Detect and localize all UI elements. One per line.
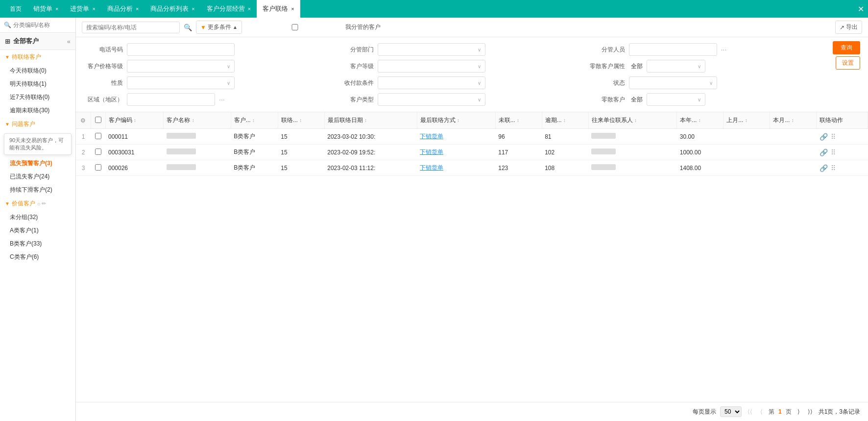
th-unit-contact[interactable]: 往来单位联系人 ↕ — [588, 112, 677, 129]
action-more-icon[interactable]: ⠿ — [831, 149, 836, 156]
th-action: 联络动作 — [817, 112, 868, 129]
dept-select[interactable]: ∨ — [378, 43, 485, 56]
sidebar-item-c-class[interactable]: C类客户(6) — [0, 250, 75, 264]
cell-type: B类客户 — [231, 160, 278, 176]
th-type[interactable]: 客户... ↕ — [231, 112, 278, 129]
cell-last-contact-method[interactable]: 下销货单 — [417, 160, 495, 176]
th-this-month[interactable]: 本月... ↕ — [770, 112, 817, 129]
filter-col-phone: 电话号码 — [84, 43, 331, 56]
row-checkbox[interactable] — [91, 129, 105, 145]
per-page-select[interactable]: 50 — [720, 406, 742, 417]
region-input[interactable] — [127, 93, 215, 106]
tab-customer-contact[interactable]: 客户联络 × — [257, 0, 300, 18]
close-customer-tier-tab[interactable]: × — [248, 6, 251, 12]
filter-panel: 电话号码 分管部门 ∨ 分管人员 — [76, 37, 868, 112]
sidebar-search-input[interactable] — [13, 22, 72, 28]
tab-analysis[interactable]: 商品分析 × — [101, 0, 145, 18]
close-customer-contact-tab[interactable]: × — [291, 6, 294, 12]
next-page-btn[interactable]: ⟩ — [796, 407, 802, 416]
cust-type-select[interactable]: ∨ — [378, 93, 485, 106]
my-customers-checkbox[interactable]: 我分管的客户 — [246, 23, 381, 31]
action-more-icon[interactable]: ⠿ — [831, 133, 836, 141]
sidebar-item-a-class[interactable]: A类客户(1) — [0, 224, 75, 237]
action-link-icon[interactable]: 🔗 — [820, 149, 828, 156]
cell-last-contact-method[interactable]: 下销货单 — [417, 145, 495, 160]
search-button[interactable]: 🔍 — [184, 24, 192, 31]
th-not-contacted[interactable]: 未联... ↕ — [495, 112, 542, 129]
price-level-select[interactable]: ∨ — [127, 60, 235, 73]
th-overdue[interactable]: 逾期... ↕ — [542, 112, 588, 129]
tab-purchase[interactable]: 进货单 × — [64, 0, 101, 18]
th-last-contact-date[interactable]: 最后联络日期 ↕ — [324, 112, 417, 129]
payment-select[interactable]: ∨ — [378, 76, 485, 89]
value-group-edit-icon[interactable]: ○ — [37, 201, 41, 207]
tab-customer-tier[interactable]: 客户分层经营 × — [201, 0, 257, 18]
action-link-icon[interactable]: 🔗 — [820, 133, 828, 141]
settings-button[interactable]: 设置 — [836, 56, 860, 70]
sidebar-group-problem[interactable]: ▼ 问题客户 — [0, 117, 75, 131]
chevron-down-icon: ▲ — [233, 25, 238, 30]
cell-code: 00030031 — [105, 145, 164, 160]
sidebar-item-churned[interactable]: 已流失客户(24) — [0, 170, 75, 183]
row-checkbox[interactable] — [91, 145, 105, 160]
sidebar-item-declining[interactable]: 持续下滑客户(2) — [0, 183, 75, 197]
sort-code-icon: ↕ — [134, 118, 136, 123]
sidebar-item-today[interactable]: 今天待联络(0) — [0, 64, 75, 77]
home-tab[interactable]: 首页 — [4, 0, 27, 18]
cell-action: 🔗 ⠿ — [817, 145, 868, 160]
close-analysis-list-tab[interactable]: × — [192, 6, 194, 12]
sidebar-item-tomorrow[interactable]: 明天待联络(1) — [0, 77, 75, 91]
th-code[interactable]: 客户编码 ↕ — [105, 112, 164, 129]
prev-page-btn[interactable]: ⟨ — [758, 407, 765, 416]
sidebar-group-value[interactable]: ▼ 价值客户 ○ ✏ — [0, 197, 75, 211]
sidebar-group-pending[interactable]: ▼ 待联络客户 — [0, 50, 75, 64]
more-filter-btn[interactable]: ▼ 更多条件 ▲ — [196, 21, 242, 34]
cust-level-select[interactable]: ∨ — [378, 60, 485, 73]
query-button[interactable]: 查询 — [833, 41, 860, 54]
close-sales-tab[interactable]: × — [55, 6, 58, 12]
sidebar-all-customers[interactable]: ⊞ 全部客户 « — [0, 33, 75, 50]
my-customers-check[interactable] — [246, 24, 344, 30]
nature-select[interactable]: ∨ — [127, 76, 235, 89]
payment-label: 收付款条件 — [335, 79, 374, 87]
status-select[interactable]: ∨ — [629, 76, 717, 89]
gear-icon[interactable]: ⚙ — [80, 117, 86, 124]
manager-dots-btn[interactable]: ··· — [721, 46, 727, 53]
tab-sales[interactable]: 销货单 × — [27, 0, 64, 18]
chevron-cust-level-icon: ∨ — [478, 64, 481, 69]
select-all-checkbox[interactable] — [95, 117, 101, 123]
retail-attr-select[interactable]: ∨ — [647, 60, 705, 73]
phone-input[interactable] — [127, 43, 235, 56]
search-input[interactable] — [82, 22, 180, 33]
tab-analysis-list[interactable]: 商品分析列表 × — [145, 0, 200, 18]
manager-input[interactable] — [629, 43, 717, 56]
th-last-month[interactable]: 上月... ↕ — [723, 112, 770, 129]
sidebar-item-overdue[interactable]: 逾期未联络(30) — [0, 104, 75, 117]
th-contact[interactable]: 联络... ↕ — [278, 112, 324, 129]
region-label: 区域（地区） — [84, 96, 123, 104]
export-btn[interactable]: ↗ 导出 — [835, 21, 862, 34]
sidebar-item-churn-warning[interactable]: 流失预警客户(3) — [0, 157, 75, 170]
value-group-settings-icon[interactable]: ✏ — [42, 200, 46, 207]
cell-last-month — [723, 145, 770, 160]
close-purchase-tab[interactable]: × — [92, 6, 95, 12]
row-checkbox[interactable] — [91, 160, 105, 176]
th-name[interactable]: 客户名称 ↕ — [164, 112, 231, 129]
last-page-btn[interactable]: ⟩⟩ — [806, 407, 815, 416]
action-more-icon[interactable]: ⠿ — [831, 164, 836, 172]
content-area: 🔍 ▼ 更多条件 ▲ 我分管的客户 ↗ 导出 — [76, 18, 868, 421]
first-page-btn[interactable]: ⟨⟨ — [746, 407, 754, 416]
sidebar-item-b-class[interactable]: B类客户(33) — [0, 237, 75, 250]
th-last-contact-method[interactable]: 最后联络方式 ↕ — [417, 112, 495, 129]
sidebar-item-7days[interactable]: 近7天待联络(0) — [0, 91, 75, 104]
sidebar-collapse-btn[interactable]: « — [67, 38, 71, 45]
retail-select[interactable]: ∨ — [647, 93, 705, 106]
th-gear[interactable]: ⚙ — [76, 112, 91, 129]
close-all-btn[interactable]: ✕ — [858, 4, 864, 14]
sidebar-item-ungrouped[interactable]: 未分组(32) — [0, 211, 75, 224]
region-dots-btn[interactable]: ··· — [219, 96, 225, 103]
cell-last-contact-method[interactable]: 下销货单 — [417, 129, 495, 145]
action-link-icon[interactable]: 🔗 — [820, 164, 828, 172]
close-analysis-tab[interactable]: × — [136, 6, 139, 12]
th-this-year[interactable]: 本年... ↕ — [677, 112, 723, 129]
